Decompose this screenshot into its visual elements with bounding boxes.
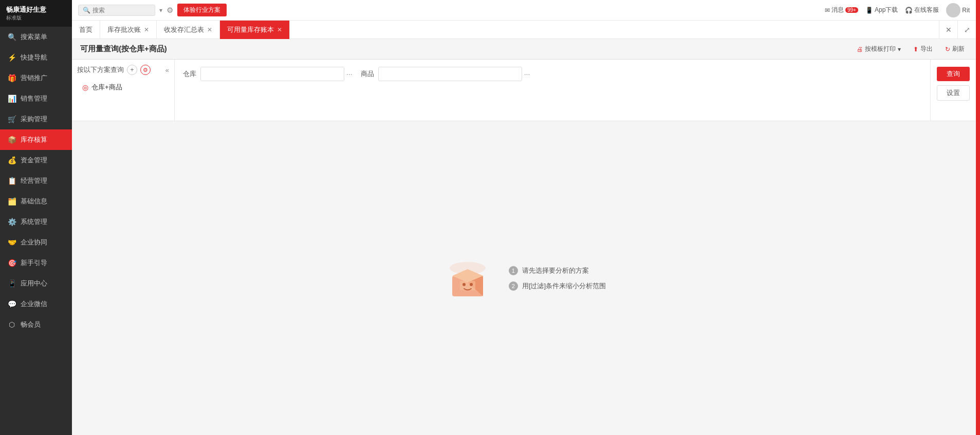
sidebar-item-system[interactable]: ⚙️系统管理 xyxy=(0,212,72,232)
customer-service-button[interactable]: 🎧 在线客服 xyxy=(905,6,939,14)
field-more-warehouse[interactable]: ··· xyxy=(346,70,353,78)
svg-rect-2 xyxy=(460,281,475,290)
sidebar-item-member[interactable]: ⬡畅会员 xyxy=(0,314,72,335)
tab-label-home: 首页 xyxy=(79,25,93,34)
tab-batch[interactable]: 库存批次账✕ xyxy=(100,21,157,39)
page-title: 可用量查询(按仓库+商品) xyxy=(80,44,167,54)
empty-illustration: ? xyxy=(442,253,493,304)
tab-label-batch: 库存批次账 xyxy=(107,25,141,34)
marketing-icon: 🎁 xyxy=(7,74,16,82)
scheme-item-icon: ◎ xyxy=(82,83,88,91)
query-fields: 仓库 ··· 商品 ··· xyxy=(175,60,930,121)
tip-text: 请先选择要分析的方案 xyxy=(522,266,589,275)
close-tab-button[interactable]: ✕ xyxy=(939,21,957,39)
field-input-warehouse[interactable] xyxy=(200,67,344,81)
scheme-settings-button[interactable]: ⚙ xyxy=(140,65,151,75)
wechat-icon: 💬 xyxy=(7,300,16,308)
message-icon: ✉ xyxy=(825,7,830,14)
main-content: 🔍 ▾ ⚙ 体验行业方案 ✉ 消息 99+ 📱 App下载 🎧 在线客服 Rit xyxy=(72,0,976,435)
empty-tip-item: 1 请先选择要分析的方案 xyxy=(509,266,606,275)
tab-close-availablestock[interactable]: ✕ xyxy=(277,26,282,33)
sidebar-item-label-inventory: 库存核算 xyxy=(21,135,47,144)
empty-tip-item: 2 用[过滤]条件来缩小分析范围 xyxy=(509,281,606,291)
tip-number: 1 xyxy=(509,266,518,275)
field-input-goods[interactable] xyxy=(378,67,522,81)
query-button[interactable]: 查询 xyxy=(937,67,970,81)
sidebar-item-label-purchase: 采购管理 xyxy=(21,115,47,124)
sidebar-item-label-system: 系统管理 xyxy=(21,217,47,226)
field-more-goods[interactable]: ··· xyxy=(524,70,530,78)
svg-text:?: ? xyxy=(467,269,471,277)
tab-close-batch[interactable]: ✕ xyxy=(144,26,149,33)
tip-number: 2 xyxy=(509,281,518,291)
search-chevron-icon[interactable]: ▾ xyxy=(159,7,162,14)
finance-icon: 💰 xyxy=(7,156,16,164)
print-button[interactable]: 🖨 按模板打印 ▾ xyxy=(854,43,904,55)
industry-solution-button[interactable]: 体验行业方案 xyxy=(177,4,227,16)
tab-home[interactable]: 首页 xyxy=(72,21,100,39)
sidebar-item-inventory[interactable]: 📦库存核算 xyxy=(0,129,72,150)
app-download-button[interactable]: 📱 App下载 xyxy=(865,6,898,14)
user-name: Rit xyxy=(962,7,970,14)
sidebar-item-label-basic: 基础信息 xyxy=(21,197,47,206)
appstore-icon: 📱 xyxy=(7,279,16,288)
page-header: 可用量查询(按仓库+商品) 🖨 按模板打印 ▾ ⬆ 导出 ↻ 刷新 xyxy=(72,39,976,60)
tab-label-stocksummary: 收发存汇总表 xyxy=(164,25,204,34)
sidebar-item-coop[interactable]: 🤝企业协同 xyxy=(0,232,72,253)
topbar-gear-icon[interactable]: ⚙ xyxy=(167,6,173,15)
query-section-label: 按以下方案查询 xyxy=(77,65,124,74)
field-label-goods: 商品 xyxy=(361,69,374,79)
member-icon: ⬡ xyxy=(7,320,16,329)
avatar xyxy=(946,3,960,17)
collapse-panel-button[interactable]: « xyxy=(165,66,169,74)
topbar-search-box[interactable]: 🔍 xyxy=(78,5,155,16)
page-actions: 🖨 按模板打印 ▾ ⬆ 导出 ↻ 刷新 xyxy=(854,43,968,55)
settings-button[interactable]: 设置 xyxy=(937,85,970,101)
scheme-item[interactable]: ◎ 仓库+商品 xyxy=(72,79,174,96)
sidebar-nav: 🔍搜索菜单⚡快捷导航🎁营销推广📊销售管理🛒采购管理📦库存核算💰资金管理📋经营管理… xyxy=(0,27,72,435)
export-button[interactable]: ⬆ 导出 xyxy=(910,43,936,55)
sidebar-item-purchase[interactable]: 🛒采购管理 xyxy=(0,109,72,129)
refresh-button[interactable]: ↻ 刷新 xyxy=(942,43,968,55)
customer-service-label: 在线客服 xyxy=(914,6,939,14)
expand-button[interactable]: ⤢ xyxy=(957,21,976,39)
tabs-container: 首页库存批次账✕收发存汇总表✕可用量库存账本✕ xyxy=(72,21,290,39)
sidebar-item-marketing[interactable]: 🎁营销推广 xyxy=(0,68,72,88)
sidebar-item-wechat[interactable]: 💬企业微信 xyxy=(0,294,72,314)
sidebar-item-basic[interactable]: 🗂️基础信息 xyxy=(0,191,72,212)
sidebar-item-operation[interactable]: 📋经营管理 xyxy=(0,171,72,191)
operation-icon: 📋 xyxy=(7,177,16,185)
sidebar-item-label-sales: 销售管理 xyxy=(21,94,47,103)
tab-close-stocksummary[interactable]: ✕ xyxy=(207,26,212,33)
inventory-icon: 📦 xyxy=(7,136,16,144)
tab-label-availablestock: 可用量库存账本 xyxy=(227,25,274,34)
export-icon: ⬆ xyxy=(913,46,918,53)
sidebar-item-shortcut[interactable]: ⚡快捷导航 xyxy=(0,47,72,68)
topbar: 🔍 ▾ ⚙ 体验行业方案 ✉ 消息 99+ 📱 App下载 🎧 在线客服 Rit xyxy=(72,0,976,21)
add-scheme-button[interactable]: + xyxy=(127,65,137,75)
app-download-icon: 📱 xyxy=(865,7,873,14)
basic-icon: 🗂️ xyxy=(7,197,16,205)
messages-button[interactable]: ✉ 消息 99+ xyxy=(825,6,858,14)
sidebar-item-finance[interactable]: 💰资金管理 xyxy=(0,150,72,171)
sidebar-item-label-shortcut: 快捷导航 xyxy=(21,53,47,62)
user-profile[interactable]: Rit xyxy=(946,3,970,17)
tab-availablestock[interactable]: 可用量库存账本✕ xyxy=(220,21,290,39)
app-subtitle: 标准版 xyxy=(6,14,66,22)
tip-text: 用[过滤]条件来缩小分析范围 xyxy=(522,281,606,291)
sidebar-item-search[interactable]: 🔍搜索菜单 xyxy=(0,27,72,47)
search-input[interactable] xyxy=(93,7,144,14)
sidebar-item-label-search: 搜索菜单 xyxy=(21,32,47,42)
sidebar-item-newbie[interactable]: 🎯新手引导 xyxy=(0,253,72,273)
tab-stocksummary[interactable]: 收发存汇总表✕ xyxy=(157,21,220,39)
content-area: 可用量查询(按仓库+商品) 🖨 按模板打印 ▾ ⬆ 导出 ↻ 刷新 xyxy=(72,39,976,435)
export-label: 导出 xyxy=(920,45,933,53)
customer-service-icon: 🎧 xyxy=(905,7,913,14)
sidebar-item-label-coop: 企业协同 xyxy=(21,238,47,247)
refresh-label: 刷新 xyxy=(952,45,965,53)
sidebar-item-appstore[interactable]: 📱应用中心 xyxy=(0,273,72,294)
sidebar-logo: 畅康通好生意 标准版 xyxy=(0,0,72,27)
sidebar-item-sales[interactable]: 📊销售管理 xyxy=(0,88,72,109)
query-area: 按以下方案查询 + ⚙ « ◎ 仓库+商品 仓库 ··· 商品 ··· 查询 xyxy=(72,60,976,121)
svg-point-3 xyxy=(463,283,466,286)
